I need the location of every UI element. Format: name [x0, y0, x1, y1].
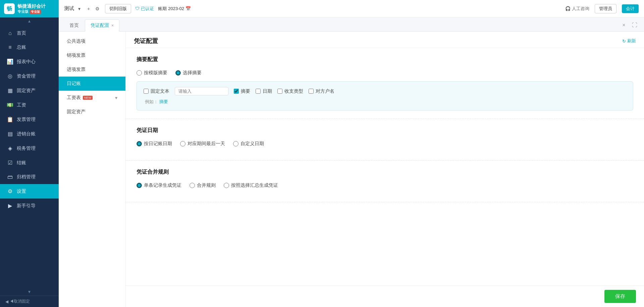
by-selection-radio-option[interactable]: 按照选择汇总生成凭证: [224, 182, 278, 188]
single-radio-option[interactable]: 单条记录生成凭证: [137, 182, 181, 188]
select-radio-option[interactable]: 选择摘要: [175, 70, 202, 76]
fixed-text-checkbox[interactable]: [144, 89, 149, 94]
type-checkbox[interactable]: [277, 89, 282, 94]
assets-icon: ▦: [7, 87, 13, 94]
left-menu-fixed-assets[interactable]: 固定资产: [59, 105, 125, 119]
left-menu-public[interactable]: 公共选项: [59, 34, 125, 48]
archive-icon: 🗃: [7, 174, 13, 180]
close-window-button[interactable]: ×: [620, 21, 628, 29]
fixed-text-checkbox-option[interactable]: 固定文本: [144, 88, 169, 94]
date-section: 凭证日期 按日记账日期 对应期间最后一天 自定义日期: [126, 119, 644, 161]
calendar-icon[interactable]: 📅: [185, 6, 191, 11]
select-radio-input[interactable]: [175, 70, 181, 76]
sidebar-item-payroll[interactable]: 💵 工资: [0, 98, 59, 112]
sidebar: 畅 畅捷通好会计 专业版 专业版 ▲ ⌂ 首页 ≡ 总账 📊 报表中心 ◎ 资金…: [0, 0, 59, 307]
sidebar-item-ledger[interactable]: ≡ 总账: [0, 40, 59, 54]
payroll-expand-icon[interactable]: ▾: [115, 95, 117, 100]
add-button[interactable]: +: [86, 5, 91, 13]
ledger-icon: ≡: [7, 44, 13, 50]
cancel-fixed-button[interactable]: ◀ ◀取消固定: [0, 296, 59, 307]
project-name: 测试: [64, 5, 74, 12]
certified-badge: 🛡 已认证: [135, 6, 154, 12]
purchase-sale-icon: ▤: [7, 131, 13, 137]
sidebar-item-archive[interactable]: 🗃 归档管理: [0, 170, 59, 184]
old-version-button[interactable]: 切到旧版: [105, 4, 131, 13]
sidebar-scroll-up[interactable]: ▲: [0, 17, 59, 25]
period-last-radio-option[interactable]: 对应期间最后一天: [180, 141, 225, 147]
tab-close-button[interactable]: ×: [111, 23, 114, 28]
party-checkbox[interactable]: [309, 89, 314, 94]
expand-window-button[interactable]: ⛶: [631, 21, 639, 29]
sidebar-item-closing[interactable]: ☑ 结账: [0, 156, 59, 170]
tab-voucher-config[interactable]: 凭证配置 ×: [85, 19, 119, 32]
type-checkbox-option[interactable]: 收支类型: [277, 88, 303, 94]
app-logo: 畅 畅捷通好会计 专业版 专业版: [0, 0, 59, 17]
sidebar-item-invoice-mgmt[interactable]: 📋 发票管理: [0, 112, 59, 127]
funds-icon: ◎: [7, 73, 13, 79]
merge-radio-group: 单条记录生成凭证 合并规则 按照选择汇总生成凭证: [137, 182, 633, 188]
merge-section-title: 凭证合并规则: [137, 169, 633, 176]
left-menu-purchase-invoice[interactable]: 进项发票: [59, 62, 125, 77]
sidebar-item-funds[interactable]: ◎ 资金管理: [0, 69, 59, 83]
date-section-title: 凭证日期: [137, 127, 633, 134]
date-checkbox[interactable]: [256, 89, 261, 94]
left-menu-payroll-table[interactable]: 工资表 NEW ▾: [59, 91, 125, 105]
window-controls: × ⛶: [620, 21, 639, 31]
left-menu-journal[interactable]: 日记账: [59, 77, 125, 91]
sidebar-item-home[interactable]: ⌂ 首页: [0, 26, 59, 40]
refresh-icon: ↻: [622, 39, 626, 44]
settings-gear-button[interactable]: ⚙: [94, 5, 101, 13]
custom-date-radio-input[interactable]: [233, 141, 238, 146]
user-button[interactable]: 管理员: [595, 4, 616, 13]
period-info: 账期 2023-02 📅: [158, 6, 191, 12]
summary-radio-group: 按模版摘要 选择摘要: [137, 70, 633, 76]
sidebar-item-reports[interactable]: 📊 报表中心: [0, 54, 59, 69]
closing-icon: ☑: [7, 160, 13, 166]
summary-checkbox[interactable]: [234, 89, 239, 94]
summary-box-row: 固定文本 摘要 日期: [144, 87, 626, 95]
party-checkbox-option[interactable]: 对方户名: [309, 88, 334, 94]
page-title: 凭证配置: [134, 37, 158, 45]
period-last-radio-input[interactable]: [180, 141, 185, 146]
sidebar-item-tax[interactable]: ◈ 税务管理: [0, 141, 59, 156]
fixed-text-input[interactable]: [175, 87, 228, 95]
left-menu: 公共选项 销项发票 进项发票 日记账 工资表 NEW ▾ 固定资产: [59, 32, 126, 307]
new-badge: NEW: [83, 96, 93, 100]
journal-date-radio-option[interactable]: 按日记账日期: [137, 141, 172, 147]
settings-icon: ⚙: [7, 188, 13, 194]
role-button[interactable]: 会计: [622, 4, 639, 13]
custom-date-radio-option[interactable]: 自定义日期: [233, 141, 264, 147]
sidebar-scroll-down[interactable]: ▼: [0, 288, 59, 296]
date-radio-group: 按日记账日期 对应期间最后一天 自定义日期: [137, 141, 633, 147]
summary-checkbox-option[interactable]: 摘要: [234, 88, 250, 94]
tab-home[interactable]: 首页: [64, 20, 84, 31]
merge-rule-radio-input[interactable]: [190, 183, 195, 188]
cancel-fixed-icon: ◀: [5, 299, 8, 304]
help-button[interactable]: 🎧 人工咨询: [565, 6, 589, 12]
top-actions: + ⚙: [86, 5, 101, 13]
bottom-spacer: [126, 202, 644, 229]
sidebar-item-guide[interactable]: ▶ 新手引导: [0, 199, 59, 213]
sidebar-item-assets[interactable]: ▦ 固定资产: [0, 83, 59, 98]
sidebar-item-settings[interactable]: ⚙ 设置: [0, 184, 59, 199]
merge-rule-radio-option[interactable]: 合并规则: [190, 182, 216, 188]
template-radio-option[interactable]: 按模版摘要: [137, 70, 167, 76]
sidebar-item-purchase-sale[interactable]: ▤ 进销台账: [0, 127, 59, 141]
template-radio-input[interactable]: [137, 70, 142, 76]
date-checkbox-option[interactable]: 日期: [256, 88, 272, 94]
single-radio-input[interactable]: [137, 183, 142, 188]
by-selection-radio-input[interactable]: [224, 183, 229, 188]
sidebar-nav: ⌂ 首页 ≡ 总账 📊 报表中心 ◎ 资金管理 ▦ 固定资产 💵 工资 📋 发票…: [0, 25, 59, 288]
payroll-icon: 💵: [7, 102, 13, 108]
home-icon: ⌂: [7, 30, 13, 36]
tax-icon: ◈: [7, 145, 13, 151]
summary-config-box: 固定文本 摘要 日期: [137, 81, 633, 111]
refresh-button[interactable]: ↻ 刷新: [622, 38, 636, 44]
panel-content: 摘要配置 按模版摘要 选择摘要: [126, 48, 644, 286]
project-dropdown[interactable]: ▾: [78, 6, 80, 11]
left-menu-sales-invoice[interactable]: 销项发票: [59, 48, 125, 62]
logo-text: 畅捷通好会计 专业版 专业版: [17, 3, 46, 14]
save-button[interactable]: 保存: [604, 290, 636, 303]
journal-date-radio-input[interactable]: [137, 141, 142, 146]
main-area: 测试 ▾ + ⚙ 切到旧版 🛡 已认证 账期 2023-02 📅 🎧 人工咨询 …: [59, 0, 644, 307]
